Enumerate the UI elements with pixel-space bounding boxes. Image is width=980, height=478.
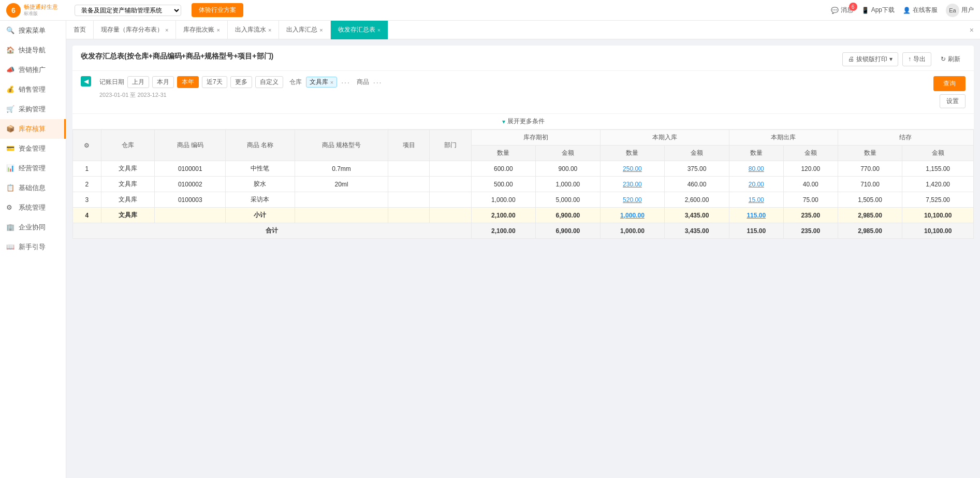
row-open-amt: 6,900.00 <box>536 208 601 223</box>
col-out-header: 本期出库 <box>729 130 838 146</box>
tab-stock-dist[interactable]: 现存量（库存分布表） × <box>94 21 176 39</box>
footer-in-amt: 3,435.00 <box>665 223 729 239</box>
date-btn-more[interactable]: 更多 <box>230 76 252 88</box>
row-open-amt: 900.00 <box>536 161 601 177</box>
logo-tag: 标准版 <box>24 10 58 17</box>
sidebar-item-operations[interactable]: 📊 经营管理 <box>0 158 66 178</box>
date-btn-this-year[interactable]: 本年 <box>177 76 199 88</box>
tab-close-recv-send[interactable]: × <box>377 27 381 33</box>
print-button[interactable]: 🖨 拔锁版打印 ▾ <box>842 52 898 66</box>
row-warehouse: 文具库 <box>101 192 155 208</box>
refresh-button[interactable]: ↻ 刷新 <box>935 53 966 66</box>
warehouse-label: 仓库 <box>289 78 302 86</box>
date-filter-group: 记账日期 上月 本月 本年 近7天 更多 自定义 <box>99 76 283 88</box>
row-dept <box>430 208 471 223</box>
row-out-qty[interactable]: 80.00 <box>729 161 783 177</box>
export-button[interactable]: ↑ 导出 <box>902 52 931 66</box>
row-open-amt: 1,000.00 <box>536 177 601 192</box>
row-out-qty[interactable]: 115.00 <box>729 208 783 223</box>
row-out-qty[interactable]: 20.00 <box>729 177 783 192</box>
user-group[interactable]: Ea 用户 <box>946 4 974 17</box>
query-button[interactable]: 查询 <box>933 76 966 91</box>
footer-in-qty: 1,000.00 <box>600 223 665 239</box>
enterprise-icon: 🏢 <box>6 223 14 231</box>
expand-more-row[interactable]: ▾ 展开更多条件 <box>72 114 974 129</box>
tab-close-io-summary[interactable]: × <box>319 27 323 33</box>
tab-home[interactable]: 首页 <box>66 21 94 39</box>
row-seq: 2 <box>73 177 101 192</box>
tab-bar: 首页 现存量（库存分布表） × 库存批次账 × 出入库流水 × 出入库汇总 × <box>66 21 980 39</box>
date-btn-custom[interactable]: 自定义 <box>255 76 283 88</box>
main-content: 收发存汇总表(按仓库+商品编码+商品+规格型号+项目+部门) 🖨 拔锁版打印 ▾… <box>66 39 980 478</box>
sidebar-item-purchase[interactable]: 🛒 采购管理 <box>0 99 66 119</box>
warehouse-more-btn[interactable]: ··· <box>341 78 350 86</box>
collapse-arrow[interactable]: ◀ <box>81 76 91 86</box>
row-in-qty[interactable]: 520.00 <box>600 192 665 208</box>
sidebar-item-guide[interactable]: 📖 新手引导 <box>0 237 66 257</box>
sidebar-item-sales[interactable]: 💰 销售管理 <box>0 80 66 99</box>
sidebar-item-search[interactable]: 🔍 搜索菜单 <box>0 21 66 40</box>
logo-icon: 6 <box>6 3 21 18</box>
page-card: 收发存汇总表(按仓库+商品编码+商品+规格型号+项目+部门) 🖨 拔锁版打印 ▾… <box>72 46 974 239</box>
col-in-amt-header: 金额 <box>665 146 729 161</box>
sidebar-item-inventory[interactable]: 📦 库存核算 <box>0 119 66 139</box>
date-label: 记账日期 <box>99 78 124 86</box>
row-close-qty: 1,505.00 <box>838 192 902 208</box>
sidebar-item-finance[interactable]: 💳 资金管理 <box>0 139 66 158</box>
tab-close-stock-dist[interactable]: × <box>165 27 168 33</box>
row-spec <box>295 208 388 223</box>
row-name: 中性笔 <box>226 161 295 177</box>
tab-bar-close[interactable]: × <box>963 26 980 34</box>
trial-button[interactable]: 体验行业方案 <box>192 3 243 17</box>
row-dept <box>430 161 471 177</box>
col-in-qty-header: 数量 <box>600 146 665 161</box>
footer-open-amt: 6,900.00 <box>536 223 601 239</box>
app-download-group[interactable]: 📱 App下载 <box>861 6 895 15</box>
warehouse-tag-close[interactable]: × <box>330 79 333 85</box>
tab-batch-ledger[interactable]: 库存批次账 × <box>176 21 227 39</box>
sidebar-item-basic-info[interactable]: 📋 基础信息 <box>0 178 66 198</box>
row-in-qty[interactable]: 230.00 <box>600 177 665 192</box>
row-spec: 0.7mm <box>295 161 388 177</box>
row-warehouse: 文具库 <box>101 208 155 223</box>
warehouse-filter-group: 仓库 文具库 × ··· <box>289 77 350 88</box>
row-in-qty[interactable]: 1,000.00 <box>600 208 665 223</box>
row-name: 胶水 <box>226 177 295 192</box>
tab-close-batch-ledger[interactable]: × <box>216 27 220 33</box>
system-title-select[interactable]: 装备及固定资产辅助管理系统 <box>75 5 181 16</box>
date-btn-last-month[interactable]: 上月 <box>127 76 149 88</box>
table-footer-row: 合计 2,100.00 6,900.00 1,000.00 3,435.00 1… <box>73 223 974 239</box>
col-goods-name-header: 商品 名称 <box>226 130 295 161</box>
table-wrap: ⚙ 仓库 商品 编码 商品 名称 商品 规格型号 项目 部门 库存期初 本 <box>72 129 974 239</box>
online-service-group[interactable]: 👤 在线客服 <box>903 6 938 15</box>
tab-close-io-flow[interactable]: × <box>268 27 271 33</box>
row-in-amt: 460.00 <box>665 177 729 192</box>
row-dept <box>430 192 471 208</box>
quicknav-icon: 🏠 <box>6 46 14 54</box>
tab-recv-send-summary[interactable]: 收发存汇总表 × <box>331 21 388 39</box>
col-in-header: 本期入库 <box>600 130 729 146</box>
settings-button[interactable]: 设置 <box>940 94 966 108</box>
message-group[interactable]: 💬 消息 6 <box>831 6 853 15</box>
date-btn-this-month[interactable]: 本月 <box>152 76 174 88</box>
sidebar-item-enterprise[interactable]: 🏢 企业协同 <box>0 218 66 237</box>
col-settings-header[interactable]: ⚙ <box>73 130 101 161</box>
row-in-qty[interactable]: 250.00 <box>600 161 665 177</box>
content-area: 首页 现存量（库存分布表） × 库存批次账 × 出入库流水 × 出入库汇总 × <box>66 21 980 478</box>
tab-io-summary[interactable]: 出入库汇总 × <box>279 21 330 39</box>
refresh-icon: ↻ <box>941 55 946 63</box>
goods-more-btn[interactable]: ··· <box>373 78 383 86</box>
row-warehouse: 文具库 <box>101 161 155 177</box>
marketing-icon: 📣 <box>6 66 14 74</box>
table-row: 3文具库0100003采访本1,000.005,000.00520.002,60… <box>73 192 974 208</box>
date-btn-7days[interactable]: 近7天 <box>202 76 227 88</box>
sidebar-item-system[interactable]: ⚙ 系统管理 <box>0 198 66 218</box>
sidebar-item-marketing[interactable]: 📣 营销推广 <box>0 60 66 80</box>
operations-icon: 📊 <box>6 164 14 172</box>
row-seq: 3 <box>73 192 101 208</box>
row-out-qty[interactable]: 15.00 <box>729 192 783 208</box>
tab-io-flow[interactable]: 出入库流水 × <box>228 21 279 39</box>
system-icon: ⚙ <box>6 204 14 212</box>
row-close-amt: 7,525.00 <box>902 192 974 208</box>
sidebar-item-quicknav[interactable]: 🏠 快捷导航 <box>0 40 66 60</box>
